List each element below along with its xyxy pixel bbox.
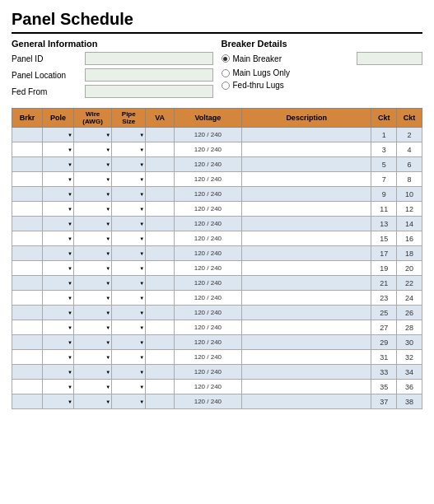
va-cell[interactable] xyxy=(146,202,175,217)
wire-cell[interactable] xyxy=(73,142,111,157)
description-cell[interactable] xyxy=(241,246,371,261)
wire-cell[interactable] xyxy=(73,246,111,261)
pipe-cell[interactable] xyxy=(112,320,146,335)
brkr-cell[interactable] xyxy=(12,142,43,157)
description-cell[interactable] xyxy=(241,172,371,187)
wire-cell[interactable] xyxy=(73,187,111,202)
va-cell[interactable] xyxy=(146,261,175,276)
brkr-cell[interactable] xyxy=(12,217,43,231)
panel-id-input[interactable] xyxy=(85,52,213,65)
pole-cell[interactable] xyxy=(43,231,74,246)
pole-cell[interactable] xyxy=(43,291,74,306)
brkr-cell[interactable] xyxy=(12,291,43,306)
main-lugs-radio[interactable] xyxy=(222,69,230,77)
pole-cell[interactable] xyxy=(43,187,74,202)
pole-cell[interactable] xyxy=(43,380,74,394)
description-cell[interactable] xyxy=(241,187,371,202)
description-cell[interactable] xyxy=(241,157,371,172)
va-cell[interactable] xyxy=(146,172,175,187)
pole-cell[interactable] xyxy=(43,157,74,172)
pole-cell[interactable] xyxy=(43,335,74,350)
pole-cell[interactable] xyxy=(43,202,74,217)
wire-cell[interactable] xyxy=(73,172,111,187)
wire-cell[interactable] xyxy=(73,350,111,365)
va-cell[interactable] xyxy=(146,365,175,380)
pipe-cell[interactable] xyxy=(112,231,146,246)
va-cell[interactable] xyxy=(146,276,175,291)
brkr-cell[interactable] xyxy=(12,261,43,276)
description-cell[interactable] xyxy=(241,365,371,380)
pole-cell[interactable] xyxy=(43,276,74,291)
pole-cell[interactable] xyxy=(43,217,74,231)
pole-cell[interactable] xyxy=(43,246,74,261)
fed-from-input[interactable] xyxy=(85,85,213,98)
va-cell[interactable] xyxy=(146,157,175,172)
pole-cell[interactable] xyxy=(43,320,74,335)
va-cell[interactable] xyxy=(146,231,175,246)
description-cell[interactable] xyxy=(241,261,371,276)
brkr-cell[interactable] xyxy=(12,172,43,187)
description-cell[interactable] xyxy=(241,320,371,335)
wire-cell[interactable] xyxy=(73,231,111,246)
pole-cell[interactable] xyxy=(43,261,74,276)
va-cell[interactable] xyxy=(146,187,175,202)
pipe-cell[interactable] xyxy=(112,157,146,172)
pole-cell[interactable] xyxy=(43,306,74,320)
pipe-cell[interactable] xyxy=(112,350,146,365)
description-cell[interactable] xyxy=(241,142,371,157)
va-cell[interactable] xyxy=(146,128,175,142)
main-breaker-radio[interactable] xyxy=(222,54,230,63)
pipe-cell[interactable] xyxy=(112,394,146,409)
wire-cell[interactable] xyxy=(73,128,111,142)
pipe-cell[interactable] xyxy=(112,202,146,217)
wire-cell[interactable] xyxy=(73,217,111,231)
wire-cell[interactable] xyxy=(73,365,111,380)
pipe-cell[interactable] xyxy=(112,187,146,202)
pipe-cell[interactable] xyxy=(112,128,146,142)
pole-cell[interactable] xyxy=(43,394,74,409)
wire-cell[interactable] xyxy=(73,380,111,394)
va-cell[interactable] xyxy=(146,350,175,365)
fed-thru-radio[interactable] xyxy=(222,82,230,90)
description-cell[interactable] xyxy=(241,202,371,217)
panel-location-input[interactable] xyxy=(85,68,213,82)
description-cell[interactable] xyxy=(241,380,371,394)
wire-cell[interactable] xyxy=(73,306,111,320)
va-cell[interactable] xyxy=(146,306,175,320)
pole-cell[interactable] xyxy=(43,365,74,380)
wire-cell[interactable] xyxy=(73,261,111,276)
va-cell[interactable] xyxy=(146,320,175,335)
pole-cell[interactable] xyxy=(43,128,74,142)
wire-cell[interactable] xyxy=(73,335,111,350)
brkr-cell[interactable] xyxy=(12,394,43,409)
brkr-cell[interactable] xyxy=(12,187,43,202)
wire-cell[interactable] xyxy=(73,202,111,217)
brkr-cell[interactable] xyxy=(12,128,43,142)
pipe-cell[interactable] xyxy=(112,365,146,380)
wire-cell[interactable] xyxy=(73,394,111,409)
description-cell[interactable] xyxy=(241,394,371,409)
pipe-cell[interactable] xyxy=(112,276,146,291)
pipe-cell[interactable] xyxy=(112,261,146,276)
pipe-cell[interactable] xyxy=(112,291,146,306)
brkr-cell[interactable] xyxy=(12,157,43,172)
pole-cell[interactable] xyxy=(43,142,74,157)
brkr-cell[interactable] xyxy=(12,231,43,246)
brkr-cell[interactable] xyxy=(12,306,43,320)
pipe-cell[interactable] xyxy=(112,172,146,187)
pole-cell[interactable] xyxy=(43,350,74,365)
brkr-cell[interactable] xyxy=(12,202,43,217)
brkr-cell[interactable] xyxy=(12,350,43,365)
main-breaker-input[interactable] xyxy=(357,52,422,65)
va-cell[interactable] xyxy=(146,217,175,231)
pipe-cell[interactable] xyxy=(112,380,146,394)
va-cell[interactable] xyxy=(146,380,175,394)
wire-cell[interactable] xyxy=(73,320,111,335)
description-cell[interactable] xyxy=(241,350,371,365)
pipe-cell[interactable] xyxy=(112,142,146,157)
pole-cell[interactable] xyxy=(43,172,74,187)
wire-cell[interactable] xyxy=(73,291,111,306)
pipe-cell[interactable] xyxy=(112,246,146,261)
va-cell[interactable] xyxy=(146,394,175,409)
va-cell[interactable] xyxy=(146,291,175,306)
